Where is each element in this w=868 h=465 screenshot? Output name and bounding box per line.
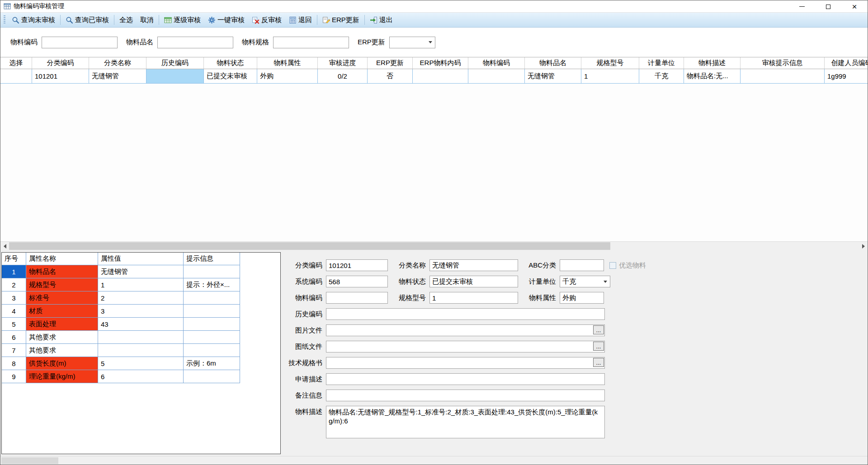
chevron-down-icon[interactable] (426, 38, 434, 47)
attr-value-cell[interactable]: 43 (98, 318, 184, 331)
attr-name-cell[interactable]: 理论重量(kg/m) (26, 370, 98, 383)
attr-hint-cell[interactable] (184, 291, 240, 305)
grid-cell[interactable] (468, 69, 525, 83)
attr-hint-cell[interactable] (184, 331, 240, 344)
drawing-file-browse-button[interactable]: ... (593, 342, 604, 351)
category-code-field[interactable] (326, 259, 388, 271)
maximize-button[interactable] (815, 0, 841, 13)
scroll-right-icon[interactable] (859, 242, 868, 250)
attr-hint-cell[interactable]: 示例：6m (184, 357, 240, 370)
query-unaudited-button[interactable]: 查询未审核 (8, 14, 59, 26)
grid-cell[interactable]: 无缝钢管 (525, 69, 581, 83)
attr-name-cell[interactable]: 物料品名 (26, 265, 98, 278)
attr-value-cell[interactable]: 5 (98, 357, 184, 370)
attr-row-number[interactable]: 1 (2, 265, 26, 278)
grid-column-header[interactable]: 分类编码 (32, 57, 89, 69)
attr-value-cell[interactable]: 2 (98, 291, 184, 305)
attr-row[interactable]: 5表面处理43 (2, 318, 280, 331)
grid-cell[interactable]: 1 (581, 69, 639, 83)
attr-value-cell[interactable]: 3 (98, 305, 184, 318)
attr-row-number[interactable]: 8 (2, 357, 26, 370)
material-spec-search-input[interactable] (273, 37, 349, 48)
attr-name-cell[interactable]: 标准号 (26, 291, 98, 305)
grid-column-header[interactable]: 审核提示信息 (741, 57, 825, 69)
grid-column-header[interactable]: ERP物料内码 (413, 57, 468, 69)
grid-column-header[interactable]: 物料状态 (204, 57, 257, 69)
one-click-audit-button[interactable]: 一键审核 (204, 14, 248, 26)
remark-field[interactable] (326, 390, 605, 401)
grid-column-header[interactable]: 历史编码 (146, 57, 204, 69)
exit-button[interactable]: 退出 (366, 14, 396, 26)
scrollbar-thumb[interactable] (9, 242, 610, 250)
attr-hint-cell[interactable]: 提示：外径×... (184, 278, 240, 291)
erp-update-button[interactable]: ERP更新 (319, 14, 363, 26)
material-desc-field[interactable]: 物料品名:无缝钢管_规格型号:1_标准号:2_材质:3_表面处理:43_供货长度… (326, 406, 605, 438)
attr-name-cell[interactable]: 材质 (26, 305, 98, 318)
attr-value-cell[interactable]: 1 (98, 278, 184, 291)
grid-column-header[interactable]: 物料品名 (525, 57, 581, 69)
category-name-field[interactable] (429, 259, 518, 271)
reverse-audit-button[interactable]: 反审核 (248, 14, 285, 26)
attr-row[interactable]: 3标准号2 (2, 291, 280, 305)
attr-row-number[interactable]: 9 (2, 370, 26, 383)
grid-row[interactable]: 101201无缝钢管已提交未审核外购0/2否无缝钢管1千克物料品名:无...1g… (0, 69, 868, 84)
attr-row-number[interactable]: 5 (2, 318, 26, 331)
grid-cell[interactable] (0, 69, 32, 83)
attr-hint-cell[interactable] (184, 265, 240, 278)
history-code-field[interactable] (326, 308, 605, 320)
attr-row[interactable]: 9理论重量(kg/m)6 (2, 370, 280, 383)
tech-spec-browse-button[interactable]: ... (593, 358, 604, 367)
image-file-browse-button[interactable]: ... (593, 325, 604, 334)
scroll-left-icon[interactable] (0, 242, 9, 250)
grid-column-header[interactable]: 创建人员编码 (825, 57, 868, 69)
attr-hint-cell[interactable] (184, 370, 240, 383)
attr-row[interactable]: 2规格型号1提示：外径×... (2, 278, 280, 291)
grid-cell[interactable] (146, 69, 204, 83)
grid-cell[interactable]: 否 (368, 69, 413, 83)
preferred-material-checkbox[interactable]: 优选物料 (609, 261, 646, 270)
grid-column-header[interactable]: 规格型号 (581, 57, 639, 69)
drawing-file-field[interactable] (326, 341, 605, 352)
attr-row[interactable]: 6其他要求 (2, 331, 280, 344)
attr-hint-cell[interactable] (184, 344, 240, 357)
attr-row[interactable]: 7其他要求 (2, 344, 280, 357)
material-name-search-input[interactable] (157, 37, 233, 48)
grid-column-header[interactable]: 选择 (0, 57, 32, 69)
grid-cell[interactable]: 千克 (639, 69, 684, 83)
attr-name-cell[interactable]: 表面处理 (26, 318, 98, 331)
grid-cell[interactable]: 物料品名:无... (684, 69, 741, 83)
tech-spec-field[interactable] (326, 357, 605, 369)
bottom-scrollbar[interactable] (0, 456, 868, 465)
material-status-field[interactable] (429, 276, 518, 287)
grid-cell[interactable]: 外购 (257, 69, 318, 83)
grid-column-header[interactable]: 物料编码 (468, 57, 525, 69)
apply-desc-field[interactable] (326, 373, 605, 385)
attr-row-number[interactable]: 4 (2, 305, 26, 318)
spec-model-field[interactable] (429, 292, 518, 304)
close-button[interactable]: × (841, 0, 868, 13)
query-audited-button[interactable]: 查询已审核 (62, 14, 113, 26)
attr-value-cell[interactable]: 无缝钢管 (98, 265, 184, 278)
grid-cell[interactable]: 0/2 (318, 69, 368, 83)
attr-hint-cell[interactable] (184, 305, 240, 318)
attr-row-number[interactable]: 2 (2, 278, 26, 291)
stepwise-audit-button[interactable]: 逐级审核 (160, 14, 204, 26)
unit-select[interactable]: 千克 (560, 276, 610, 287)
minimize-button[interactable] (789, 0, 815, 13)
attr-value-cell[interactable] (98, 331, 184, 344)
scrollbar-thumb[interactable] (1, 457, 58, 464)
chevron-down-icon[interactable] (601, 277, 609, 287)
cancel-button[interactable]: 取消 (137, 14, 157, 26)
grid-cell[interactable]: 已提交未审核 (204, 69, 257, 83)
attr-hint-cell[interactable] (184, 318, 240, 331)
image-file-field[interactable] (326, 324, 605, 336)
attr-row[interactable]: 8供货长度(m)5示例：6m (2, 357, 280, 370)
grid-cell[interactable] (741, 69, 825, 83)
attr-name-cell[interactable]: 规格型号 (26, 278, 98, 291)
grid-column-header[interactable]: 物料描述 (684, 57, 741, 69)
grid-column-header[interactable]: ERP更新 (368, 57, 413, 69)
grid-column-header[interactable]: 计量单位 (639, 57, 684, 69)
attr-value-cell[interactable]: 6 (98, 370, 184, 383)
material-attr-field[interactable] (560, 292, 604, 304)
grid-column-header[interactable]: 分类名称 (89, 57, 146, 69)
